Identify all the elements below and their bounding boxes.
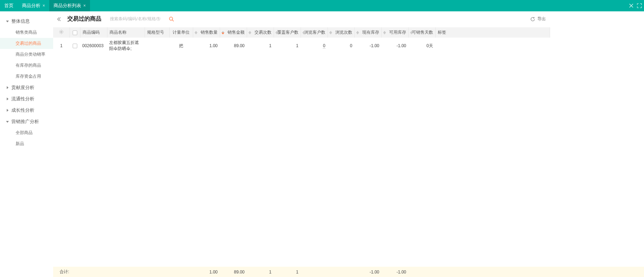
cell-amount: 89.00 [220,38,247,54]
search-icon[interactable] [169,16,174,22]
col-qty[interactable]: 销售数量 [193,27,220,38]
chevron-right-icon [6,109,9,112]
svg-marker-22 [383,33,386,34]
tab-label: 商品分析 [22,2,40,9]
nav-group-label: 流通性分析 [11,96,34,102]
footer-trades: 1 [247,267,274,277]
tab-product-analysis[interactable]: 商品分析× [18,0,49,11]
tab-home[interactable]: 首页 [0,0,18,11]
sort-icon [383,31,386,34]
search-input[interactable] [108,15,169,23]
tab-label: 商品分析列表 [54,2,81,9]
col-name[interactable]: 商品名称 [107,27,145,38]
col-customers[interactable]: 覆盖客户数 [274,27,301,38]
col-amount[interactable]: 销售金额 [220,27,247,38]
cell-tags [435,38,550,54]
chevron-right-icon [6,86,9,89]
page-header: 交易过的商品 导出 [53,11,550,27]
sidebar-item-category-rate[interactable]: 商品分类动销率 [0,49,53,60]
nav-group-title[interactable]: 营销推广分析 [0,116,53,127]
checkbox[interactable] [73,44,77,48]
col-label: 浏览客户数 [304,30,325,35]
svg-marker-10 [222,33,224,34]
sidebar-item-sales-products[interactable]: 销售类商品 [0,27,53,38]
cell-checkbox[interactable] [69,38,80,54]
close-icon[interactable]: × [83,3,86,8]
col-code[interactable]: 商品编码 [80,27,107,38]
nav-group-title[interactable]: 流通性分析 [0,93,53,105]
col-days[interactable]: 可销售天数 [408,27,435,38]
tab-label: 首页 [4,2,13,9]
table-wrap: 商品编码 商品名称 规格型号 计量单位 销售数量 销售金额 交易次数 覆盖客户数… [53,27,550,277]
nav-group-label: 营销推广分析 [11,118,39,125]
viewers-link[interactable]: 0 [323,43,325,48]
cell-days: 0天 [408,38,435,54]
close-icon[interactable]: × [43,3,45,8]
chevron-down-icon [6,20,9,23]
cell-viewers[interactable]: 0 [301,38,327,54]
page-title: 交易过的商品 [67,15,101,23]
nav-group-title[interactable]: 成长性分析 [0,105,53,116]
svg-marker-1 [7,86,9,89]
tab-product-analysis-list[interactable]: 商品分析列表× [49,0,90,11]
sidebar-item-all-products[interactable]: 全部商品 [0,127,53,138]
col-label: 浏览次数 [335,30,352,35]
app-body: 整体信息 销售类商品 交易过的商品 商品分类动销率 有库存的商品 库存资金占用 … [0,11,550,277]
cell-customers: 1 [274,38,301,54]
cell-views: 0 [327,38,354,54]
cell-trades: 1 [247,38,274,54]
main-content: 交易过的商品 导出 商品编码 商品 [53,11,550,277]
nav-group-label: 整体信息 [11,18,30,24]
checkbox[interactable] [73,31,77,35]
col-views[interactable]: 浏览次数 [327,27,354,38]
col-checkbox[interactable] [69,27,80,38]
fullscreen-icon[interactable] [637,3,642,8]
sort-icon [222,31,224,34]
chevron-down-icon [6,120,9,123]
svg-marker-8 [195,33,197,34]
tab-bar: 首页 商品分析× 商品分析列表× [0,0,644,11]
sidebar-item-instock-products[interactable]: 有库存的商品 [0,60,53,71]
sidebar-item-traded-products[interactable]: 交易过的商品 [0,38,53,49]
col-label: 交易次数 [254,30,271,35]
cell-avail: -1.00 [381,38,408,54]
cell-code: 002600003 [80,38,107,54]
close-all-icon[interactable] [629,4,633,8]
cell-spec [145,38,169,54]
col-viewers[interactable]: 浏览客户数 [301,27,327,38]
sort-icon [302,31,305,34]
collapse-sidebar-icon[interactable] [55,16,62,22]
footer-qty: 1.00 [193,267,220,277]
cell-unit: 把 [169,38,193,54]
footer-viewers [301,267,327,277]
nav-group-title[interactable]: 整体信息 [0,16,53,27]
footer-days [408,267,435,277]
sidebar-item-new-products[interactable]: 新品 [0,138,53,149]
nav-group-title[interactable]: 贡献度分析 [0,82,53,93]
svg-marker-0 [6,21,9,22]
svg-marker-4 [6,121,9,123]
nav-group-label: 贡献度分析 [11,84,34,91]
search-wrap [108,15,174,23]
col-spec[interactable]: 规格型号 [145,27,169,38]
col-stock[interactable]: 现有库存 [354,27,381,38]
footer-customers: 1 [274,267,301,277]
sort-icon [248,31,251,34]
col-label: 可用库存 [389,30,406,35]
svg-marker-3 [7,109,9,112]
sidebar-item-stock-capital[interactable]: 库存资金占用 [0,71,53,82]
svg-marker-20 [356,33,359,34]
svg-marker-12 [248,33,251,34]
svg-point-6 [61,31,62,33]
sort-icon [275,31,278,34]
table-row[interactable]: 1 002600003 左都胶囊五折遮阳伞防晒伞; 把 1.00 89.00 1… [53,38,550,54]
col-settings[interactable] [53,27,69,38]
col-trades[interactable]: 交易次数 [247,27,274,38]
cell-rowno: 1 [53,38,69,54]
col-avail[interactable]: 可用库存 [381,27,408,38]
col-tags[interactable]: 标签 [435,27,550,38]
col-label: 现有库存 [362,30,379,35]
col-label: 覆盖客户数 [277,30,298,35]
col-unit[interactable]: 计量单位 [169,27,193,38]
export-button[interactable]: 导出 [530,16,546,22]
